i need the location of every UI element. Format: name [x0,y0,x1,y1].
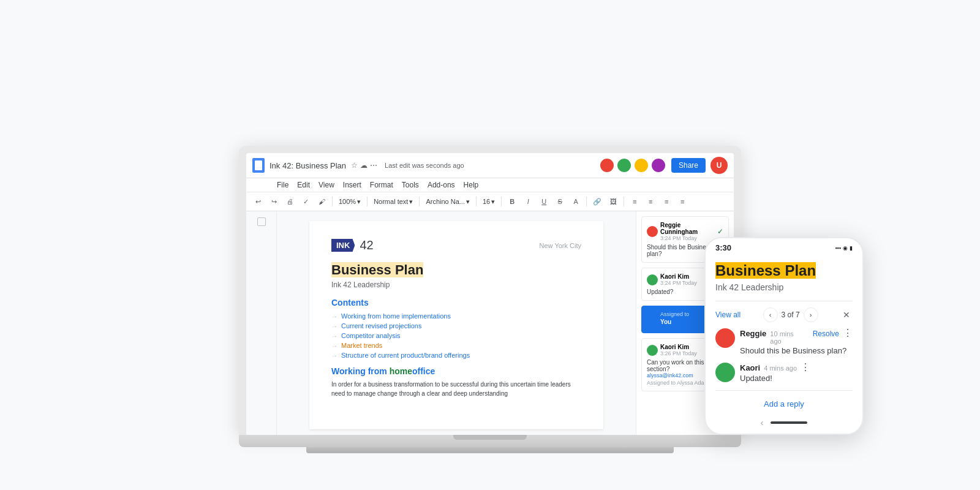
laptop-notch [453,435,527,440]
docs-page-area: INK 42 New York City Business Plan Ink 4… [277,211,636,435]
toc-item-4: → Market trends [331,342,581,349]
doc-title-text: Ink 42: Business Plan [270,161,346,170]
zoom-dropdown[interactable]: 100% ▾ [336,198,363,206]
contents-heading: Contents [331,298,581,307]
phone-content: Business Plan Ink 42 Leadership View all… [706,255,862,414]
comment-check-1[interactable]: ✓ [717,227,723,236]
undo-button[interactable]: ↩ [251,195,265,208]
comment-meta-assigned: Assigned to You [660,311,689,325]
strikethrough-button[interactable]: S [553,195,567,208]
phone-comment-avatar-2 [715,363,735,382]
menu-view[interactable]: View [318,179,334,190]
spellcheck-button[interactable]: ✓ [299,195,312,208]
laptop-stand [306,447,674,453]
phone-commenter-2: Kaori [740,363,760,372]
menu-edit[interactable]: Edit [297,179,310,190]
body-text: In order for a business transformation t… [331,380,581,398]
toc-item-1: → Working from home implementations [331,312,581,320]
doc-subtitle: Ink 42 Leadership [331,281,581,289]
phone-comment-body-2: Kaori 4 mins ago ⋮ Updated! [740,363,810,383]
battery-icon: ▮ [850,245,853,251]
laptop-device: Ink 42: Business Plan ☆ ☁ ⋯ Last edit wa… [239,146,741,453]
back-arrow-icon[interactable]: ‹ [761,418,764,428]
phone-home-indicator: ‹ [706,414,862,434]
menu-insert[interactable]: Insert [343,179,361,190]
toolbar-sep-6 [586,197,587,206]
comment-more-1[interactable]: ⋮ [843,328,853,338]
comment-name-3: Kaori Kim [660,344,697,350]
align-left-button[interactable]: ≡ [628,195,641,208]
phone-add-reply-section: Add a reply [715,390,853,414]
comment-time-1: 3:24 PM Today [660,235,715,241]
assigned-label: Assigned to [660,311,689,317]
collaborator-avatars: Share U [599,157,728,174]
phone-time: 3:30 [715,243,731,252]
font-dropdown[interactable]: Archino Na... ▾ [423,198,472,206]
ink42-logo: INK 42 [331,238,374,252]
size-dropdown[interactable]: 16 ▾ [480,198,497,206]
underline-button[interactable]: U [537,195,551,208]
phone-comment-text-1: Should this be Business plan? [740,346,853,355]
docs-menubar: File Edit View Insert Format Tools Add-o… [246,178,734,192]
menu-help[interactable]: Help [464,179,479,190]
toc-label-4: Market trends [341,342,382,349]
toc-label-3: Competitor analysis [341,332,401,339]
phone-comment-avatar-1 [715,328,735,348]
comment-more-2[interactable]: ⋮ [801,363,810,372]
phone-comment-2: Kaori 4 mins ago ⋮ Updated! [715,363,853,383]
view-all-link[interactable]: View all [715,311,741,319]
add-reply-button[interactable]: Add a reply [764,399,804,409]
docs-toolbar: ↩ ↪ 🖨 ✓ 🖌 100% ▾ Normal text ▾ [246,192,734,211]
share-button[interactable]: Share [671,158,706,173]
laptop-bezel: Ink 42: Business Plan ☆ ☁ ⋯ Last edit wa… [239,146,741,435]
align-justify-button[interactable]: ≡ [676,195,689,208]
toc-label-5: Structure of current product/brand offer… [341,352,470,359]
phone-comment-header-1: Reggie 10 mins ago Resolve ⋮ [740,328,853,345]
doc-main-title: Business Plan [331,262,423,277]
doc-title-wrapper: Business Plan [331,262,581,278]
docs-content-area: INK 42 New York City Business Plan Ink 4… [246,211,734,435]
style-dropdown[interactable]: Normal text ▾ [371,198,415,206]
resolve-button[interactable]: Resolve [813,330,839,338]
redo-button[interactable]: ↪ [267,195,281,208]
phone-doc-title: Business Plan [715,262,853,280]
main-scene: Ink 42: Business Plan ☆ ☁ ⋯ Last edit wa… [153,37,827,453]
menu-file[interactable]: File [277,179,288,190]
prev-comment-button[interactable]: ‹ [763,307,778,322]
phone-title-highlighted: Business Plan [715,262,816,279]
home-bar[interactable] [771,421,807,424]
toolbar-sep-1 [332,197,333,206]
comment-name-2: Kaori Kim [660,273,697,280]
print-button[interactable]: 🖨 [283,195,296,208]
italic-button[interactable]: I [521,195,535,208]
phone-nav-arrows: ‹ 3 of 7 › [763,307,818,322]
align-center-button[interactable]: ≡ [644,195,657,208]
menu-format[interactable]: Format [370,179,393,190]
phone-device: 3:30 ▪▪▪ ◉ ▮ Business Plan Ink 42 Leader… [704,237,864,435]
comment-avatar-3 [647,345,658,356]
image-button[interactable]: 🖼 [606,195,620,208]
docs-left-sidebar [246,211,277,435]
text-color-button[interactable]: A [569,195,582,208]
phone-comment-header-2: Kaori 4 mins ago ⋮ [740,363,810,372]
comment-avatar-assigned [647,313,658,324]
menu-tools[interactable]: Tools [402,179,419,190]
toc-arrow-4: → [331,342,337,349]
comment-name-1: Reggie Cunningham [660,222,715,235]
star-icon[interactable]: ☆ [351,161,358,170]
link-button[interactable]: 🔗 [590,195,604,208]
assigned-to: You [660,318,689,325]
more-icon[interactable]: ⋯ [370,161,377,170]
bold-button[interactable]: B [505,195,519,208]
next-comment-button[interactable]: › [804,307,818,322]
close-thread-button[interactable]: ✕ [840,309,853,321]
outline-icon [257,217,266,226]
menu-addons[interactable]: Add-ons [428,179,455,190]
toolbar-sep-5 [501,197,502,206]
phone-comment-time-2: 4 mins ago [764,364,797,372]
align-right-button[interactable]: ≡ [660,195,673,208]
section-heading: Working from homeoffice [331,366,581,376]
phone-status-icons: ▪▪▪ ◉ ▮ [835,245,853,251]
paint-format-button[interactable]: 🖌 [315,195,328,208]
avatar-1 [599,157,615,173]
